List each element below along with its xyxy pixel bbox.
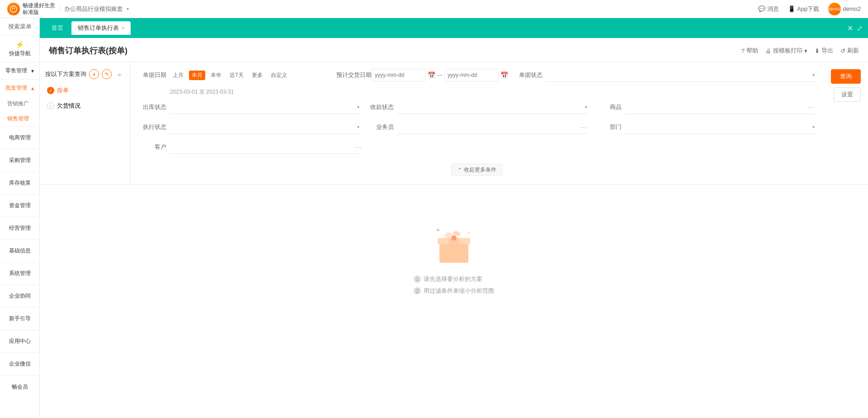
date-tab-last-month[interactable]: 上月	[170, 71, 186, 80]
ship-status-label: 出库状态	[139, 103, 166, 111]
sidebar-item-marketing[interactable]: 营销推广	[0, 96, 39, 111]
logo-text: 畅捷通好生意 标准版	[23, 2, 55, 15]
sidebar: 搜索菜单 ⚡ 快捷导航 零售管理 ▾ 批发管理 ▴ 营销推广 销售管理 电商	[0, 18, 40, 418]
sidebar-item-member[interactable]: 畅会员	[0, 375, 39, 398]
date-range-display-row: 2023-03-01 至 2023-03-31	[139, 88, 815, 96]
scheme-outline-dot: ○	[47, 102, 54, 109]
scheme-active-dot: ✓	[47, 87, 54, 94]
condition-area: 单据日期 上月 本月 本年 近7天 更多 自定义	[130, 62, 824, 184]
field-payment-status: 收款状态 ▾	[367, 100, 587, 114]
sidebar-item-wechat[interactable]: 企业微信	[0, 353, 39, 375]
tab-home[interactable]: 首页	[45, 21, 70, 35]
exec-status-select[interactable]: ▾	[170, 120, 359, 134]
status-select-arrow: ▾	[812, 72, 815, 77]
app-download-btn[interactable]: 📱 App下载	[788, 5, 819, 13]
field-salesperson: 业务员 ···	[367, 120, 587, 134]
message-btn[interactable]: 💬 消息	[758, 5, 779, 13]
edit-scheme-btn[interactable]: ✎	[102, 69, 112, 79]
page-content: 销售订单执行表(按单) ? 帮助 🖨 按模板打印 ▾ ⬇ 导出	[40, 38, 868, 418]
collapse-btn-row: ⌃ 收起更多条件	[139, 160, 815, 178]
message-icon: 💬	[758, 5, 765, 12]
salesperson-more-dots[interactable]: ···	[580, 124, 587, 131]
settings-btn[interactable]: 设置	[834, 87, 861, 102]
date-tab-more[interactable]: 更多	[249, 71, 265, 80]
scheme-item-2[interactable]: ○ 欠货情况	[40, 98, 130, 114]
sidebar-search[interactable]: 搜索菜单	[0, 18, 39, 36]
date-tab-last7[interactable]: 近7天	[227, 71, 246, 80]
header-right: 💬 消息 📱 App下载 demo2 demo2	[758, 3, 861, 15]
sidebar-item-basic[interactable]: 基础信息	[0, 240, 39, 262]
sidebar-item-inventory[interactable]: 库存核算	[0, 172, 39, 195]
single-status-select[interactable]: ▾	[546, 68, 815, 82]
chevron-up-icon: ⌃	[458, 167, 462, 173]
sidebar-item-finance[interactable]: 资金管理	[0, 195, 39, 217]
export-btn[interactable]: ⬇ 导出	[815, 47, 833, 55]
search-menu-label: 搜索菜单	[8, 23, 32, 31]
customer-select[interactable]: ···	[170, 140, 362, 154]
sidebar-item-ecom[interactable]: 电商管理	[0, 127, 39, 149]
sidebar-item-retail[interactable]: 零售管理 ▾	[0, 62, 39, 79]
chevron-up-icon: ▴	[31, 85, 34, 91]
sidebar-item-sys[interactable]: 系统管理	[0, 262, 39, 285]
collapse-more-btn[interactable]: ⌃ 收起更多条件	[452, 164, 502, 176]
tip-num-1: 1	[414, 276, 421, 283]
print-icon: 🖨	[765, 48, 771, 54]
date-tab-custom[interactable]: 自定义	[268, 71, 290, 80]
scheme-item-1[interactable]: ✓ 按单	[40, 83, 130, 98]
help-btn[interactable]: ? 帮助	[741, 47, 758, 55]
sidebar-item-sales[interactable]: 销售管理	[0, 111, 39, 126]
sidebar-item-enterprise[interactable]: 企业协同	[0, 285, 39, 308]
page-title-bar: 销售订单执行表(按单) ? 帮助 🖨 按模板打印 ▾ ⬇ 导出	[40, 38, 868, 62]
collapse-filter-btn[interactable]: «	[114, 69, 124, 79]
field-exec-status: 执行状态 ▾	[139, 120, 359, 134]
calendar-end-icon[interactable]: 📅	[500, 71, 508, 79]
condition-row-1: 单据日期 上月 本月 本年 近7天 更多 自定义	[139, 68, 815, 82]
empty-icon: ✦ ✦	[431, 221, 476, 266]
logo-area[interactable]: 畅捷通好生意 标准版	[7, 2, 55, 15]
sidebar-item-ops[interactable]: 经营管理	[0, 217, 39, 240]
single-status-label: 单据状态	[515, 71, 542, 79]
date-range-text: 2023-03-01 至 2023-03-31	[170, 88, 234, 96]
user-menu[interactable]: demo2 demo2	[828, 3, 861, 15]
salesperson-select[interactable]: ···	[397, 120, 587, 134]
date-tab-current-year[interactable]: 本年	[208, 71, 224, 80]
window-close-btn[interactable]: ✕	[847, 24, 853, 33]
expected-date-inputs: 📅 — 📅	[372, 69, 508, 81]
field-single-date: 单据日期 上月 本月 本年 近7天 更多 自定义	[139, 71, 329, 80]
expected-date-end[interactable]	[444, 69, 499, 81]
exec-select-arrow: ▾	[357, 124, 359, 129]
product-more-dots[interactable]: ···	[808, 104, 815, 111]
template-print-btn[interactable]: 🖨 按模板打印 ▾	[765, 47, 807, 55]
sidebar-item-purchase[interactable]: 采购管理	[0, 149, 39, 172]
field-expected-date: 预计交货日期 📅 — 📅	[336, 69, 508, 81]
sidebar-section-retail: 零售管理 ▾	[0, 62, 39, 80]
date-tab-current-month[interactable]: 本月	[189, 71, 205, 80]
sidebar-item-wholesale[interactable]: 批发管理 ▴	[0, 80, 39, 96]
sidebar-item-appcenter[interactable]: 应用中心	[0, 330, 39, 353]
window-maximize-btn[interactable]: ⤢	[857, 24, 863, 33]
tab-close-icon[interactable]: ×	[122, 25, 124, 31]
add-scheme-btn[interactable]: +	[89, 69, 99, 79]
sidebar-item-quick-nav[interactable]: ⚡ 快捷导航	[0, 36, 39, 62]
sidebar-item-guide[interactable]: 新手引导	[0, 308, 39, 330]
tab-sales-order[interactable]: 销售订单执行表 ×	[71, 21, 131, 35]
content-area: 首页 销售订单执行表 × ✕ ⤢ 销售订单执行表(按单) ? 帮助	[40, 18, 868, 418]
calendar-start-icon[interactable]: 📅	[428, 71, 435, 79]
tab-bar-right: ✕ ⤢	[847, 24, 863, 33]
ship-status-select[interactable]: ▾	[170, 100, 359, 114]
search-btn[interactable]: 查询	[831, 69, 861, 84]
dept-select-arrow: ▾	[812, 124, 815, 129]
dept-select[interactable]: ▾	[625, 120, 815, 134]
expected-date-start[interactable]	[372, 69, 426, 81]
product-select[interactable]: ···	[625, 100, 815, 114]
empty-tip-1: 1 请先选择要分析的方案	[414, 275, 494, 283]
product-label: 商品	[594, 103, 622, 111]
sidebar-section-wholesale: 批发管理 ▴ 营销推广 销售管理	[0, 80, 39, 127]
refresh-btn[interactable]: ↺ 刷新	[840, 47, 859, 55]
customer-more-dots[interactable]: ···	[355, 143, 362, 151]
payment-status-select[interactable]: ▾	[397, 100, 587, 114]
app-title-dropdown[interactable]: ▾	[127, 6, 129, 11]
page-title: 销售订单执行表(按单)	[49, 45, 127, 56]
expected-date-label: 预计交货日期	[336, 71, 368, 79]
ship-select-arrow: ▾	[357, 104, 359, 109]
